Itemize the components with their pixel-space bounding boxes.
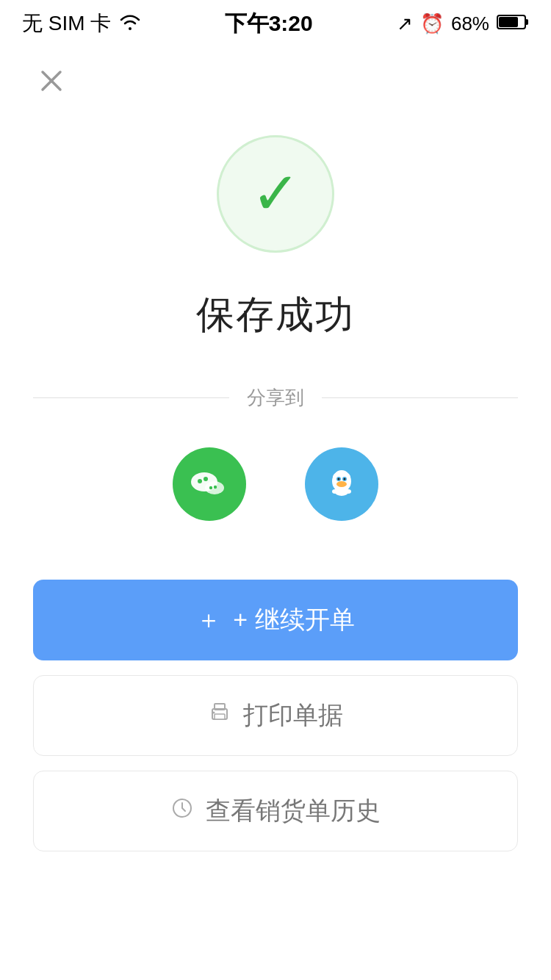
status-left: 无 SIM 卡 xyxy=(22,10,140,37)
print-icon xyxy=(208,701,231,730)
status-right: ↗ ⏰ 68% xyxy=(397,12,529,35)
success-icon-circle: ✓ xyxy=(217,135,334,253)
wechat-share-button[interactable] xyxy=(173,447,246,521)
battery-icon xyxy=(497,12,529,35)
svg-point-17 xyxy=(344,478,346,480)
svg-point-7 xyxy=(204,477,208,481)
status-bar: 无 SIM 卡 下午3:20 ↗ ⏰ 68% xyxy=(0,0,551,47)
svg-point-21 xyxy=(345,489,351,494)
svg-rect-24 xyxy=(215,714,225,719)
divider-right xyxy=(322,397,518,398)
location-icon: ↗ xyxy=(397,12,413,35)
wifi-icon xyxy=(120,12,140,35)
svg-point-16 xyxy=(338,478,340,480)
svg-point-10 xyxy=(214,486,217,489)
main-content: ✓ 保存成功 分享到 xyxy=(0,47,551,980)
sim-text: 无 SIM 卡 xyxy=(22,10,111,37)
history-button[interactable]: 查看销货单历史 xyxy=(33,771,518,851)
share-label: 分享到 xyxy=(247,385,304,411)
success-title: 保存成功 xyxy=(196,289,355,341)
history-icon xyxy=(170,796,194,826)
print-label: 打印单据 xyxy=(243,699,343,732)
battery-text: 68% xyxy=(451,12,489,35)
plus-icon: ＋ xyxy=(196,603,221,637)
status-time: 下午3:20 xyxy=(225,9,313,39)
svg-point-9 xyxy=(209,486,212,489)
history-label: 查看销货单历史 xyxy=(206,794,381,828)
share-icons-row xyxy=(173,447,378,521)
continue-label: + 继续开单 xyxy=(233,603,354,637)
divider-left xyxy=(33,397,229,398)
action-buttons: ＋ + 继续开单 打印单据 查看销货单历 xyxy=(33,580,518,851)
svg-point-20 xyxy=(332,489,338,494)
svg-rect-1 xyxy=(525,19,528,25)
svg-point-6 xyxy=(198,479,202,483)
share-divider: 分享到 xyxy=(33,385,518,411)
print-button[interactable]: 打印单据 xyxy=(33,675,518,756)
qq-share-button[interactable] xyxy=(305,447,378,521)
continue-button[interactable]: ＋ + 继续开单 xyxy=(33,580,518,660)
close-button[interactable] xyxy=(29,59,73,103)
alarm-icon: ⏰ xyxy=(420,12,444,35)
svg-rect-2 xyxy=(499,17,518,27)
checkmark-icon: ✓ xyxy=(251,165,300,223)
svg-point-25 xyxy=(213,712,215,714)
svg-point-18 xyxy=(336,481,347,487)
